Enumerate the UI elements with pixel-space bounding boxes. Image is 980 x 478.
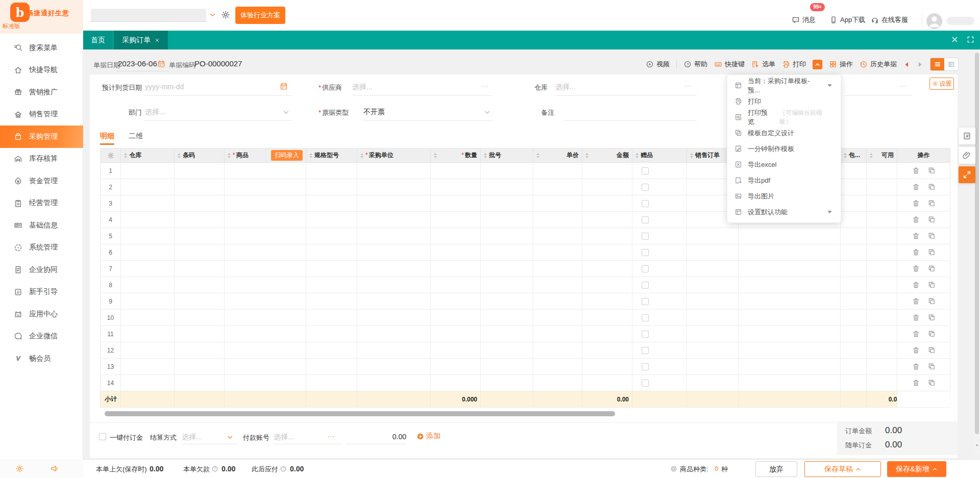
table-cell[interactable] — [632, 261, 687, 277]
table-cell[interactable] — [175, 375, 225, 391]
table-cell[interactable] — [533, 326, 582, 342]
gift-checkbox[interactable] — [642, 184, 649, 191]
table-cell[interactable] — [841, 195, 867, 212]
pay-account-input[interactable]: 选择... — [274, 433, 294, 442]
tab-close-icon[interactable] — [155, 38, 160, 43]
table-cell[interactable] — [225, 228, 306, 244]
copy-row-icon[interactable] — [928, 281, 936, 289]
app-download-link[interactable]: App下载 — [829, 15, 865, 24]
sidebar-item-0[interactable]: 搜索菜单 — [0, 37, 83, 59]
gift-checkbox[interactable] — [642, 200, 649, 207]
table-cell[interactable] — [431, 375, 481, 391]
pick-order-button[interactable]: 选单 — [751, 60, 775, 69]
table-cell[interactable] — [175, 310, 225, 326]
table-cell[interactable] — [533, 163, 582, 179]
table-cell[interactable] — [121, 342, 175, 359]
caret-down-icon[interactable] — [283, 109, 289, 116]
table-cell[interactable] — [431, 277, 481, 293]
calendar-icon[interactable] — [157, 60, 165, 68]
table-cell[interactable] — [897, 293, 950, 310]
table-cell[interactable] — [357, 244, 431, 261]
table-cell[interactable] — [175, 195, 225, 212]
table-cell[interactable] — [687, 277, 739, 293]
sort-icon[interactable] — [870, 153, 873, 158]
table-cell[interactable] — [533, 228, 582, 244]
sort-icon[interactable] — [536, 153, 540, 158]
sidebar-item-13[interactable]: 企业微信 — [0, 325, 83, 348]
avatar[interactable] — [926, 13, 942, 29]
actions-button[interactable]: 操作 — [829, 60, 853, 69]
table-cell[interactable] — [481, 359, 533, 375]
delete-row-icon[interactable] — [912, 281, 920, 289]
table-cell[interactable] — [481, 195, 533, 212]
card-view-button[interactable] — [944, 58, 958, 70]
copy-row-icon[interactable] — [928, 167, 936, 174]
table-cell[interactable] — [687, 359, 739, 375]
table-cell[interactable] — [121, 293, 175, 310]
table-cell[interactable] — [481, 228, 533, 244]
table-cell[interactable] — [897, 375, 950, 391]
warehouse-input[interactable]: 选择... — [555, 83, 576, 92]
table-cell[interactable] — [357, 163, 431, 179]
table-cell[interactable] — [841, 277, 867, 293]
table-cell[interactable] — [357, 179, 431, 195]
table-cell[interactable] — [533, 195, 582, 212]
gift-checkbox[interactable] — [642, 363, 649, 370]
delete-row-icon[interactable] — [912, 248, 920, 256]
delete-row-icon[interactable] — [912, 232, 920, 240]
table-cell[interactable] — [867, 195, 897, 212]
table-cell[interactable] — [533, 277, 582, 293]
table-cell[interactable] — [225, 261, 306, 277]
delete-row-icon[interactable] — [912, 363, 920, 370]
table-cell[interactable] — [582, 195, 632, 212]
sidebar-item-4[interactable]: 采购管理 — [0, 125, 83, 148]
table-cell[interactable] — [897, 179, 950, 195]
table-cell[interactable] — [582, 375, 632, 391]
sidebar-item-8[interactable]: 基础信息 — [0, 214, 83, 237]
table-cell[interactable] — [533, 212, 582, 228]
table-cell[interactable] — [431, 179, 481, 195]
table-cell[interactable] — [897, 163, 950, 179]
table-cell[interactable] — [897, 326, 950, 342]
table-cell[interactable] — [306, 310, 357, 326]
table-cell[interactable] — [306, 163, 357, 179]
gift-checkbox[interactable] — [642, 347, 649, 354]
sort-icon[interactable] — [690, 153, 693, 158]
table-cell[interactable] — [739, 277, 841, 293]
table-cell[interactable] — [225, 179, 306, 195]
table-cell[interactable] — [175, 212, 225, 228]
print-button[interactable]: 打印 — [782, 60, 806, 69]
table-cell[interactable] — [582, 277, 632, 293]
table-cell[interactable] — [867, 244, 897, 261]
table-cell[interactable] — [306, 228, 357, 244]
table-cell[interactable] — [431, 163, 481, 179]
question-icon[interactable]: ? — [280, 465, 287, 472]
table-cell[interactable] — [225, 310, 306, 326]
table-cell[interactable] — [867, 163, 897, 179]
add-payment-button[interactable]: 添加 — [416, 432, 440, 441]
table-cell[interactable] — [632, 375, 687, 391]
table-cell[interactable] — [897, 212, 950, 228]
select-caret-icon[interactable] — [209, 12, 216, 18]
sidebar-item-14[interactable]: V畅会员 — [0, 347, 83, 370]
table-cell[interactable] — [632, 277, 687, 293]
redacted-account-select[interactable] — [91, 9, 206, 22]
print-menu-item-5[interactable]: 导出excel — [727, 157, 841, 172]
form-settings-button[interactable]: 设置 — [929, 78, 954, 90]
close-icon[interactable] — [951, 36, 959, 43]
delete-row-icon[interactable] — [912, 199, 920, 207]
table-cell[interactable] — [867, 179, 897, 195]
delete-row-icon[interactable] — [912, 314, 920, 321]
gift-checkbox[interactable] — [642, 265, 649, 272]
table-cell[interactable] — [867, 342, 897, 359]
field-more[interactable]: ... — [899, 81, 906, 88]
table-cell[interactable] — [357, 212, 431, 228]
warehouse-more[interactable]: ... — [685, 81, 692, 88]
print-menu-item-0[interactable]: 当前：采购订单模板-预... — [727, 78, 841, 93]
table-cell[interactable] — [897, 359, 950, 375]
table-cell[interactable] — [481, 212, 533, 228]
delete-row-icon[interactable] — [912, 265, 920, 272]
table-cell[interactable] — [121, 359, 175, 375]
table-cell[interactable] — [225, 244, 306, 261]
table-cell[interactable] — [739, 228, 841, 244]
